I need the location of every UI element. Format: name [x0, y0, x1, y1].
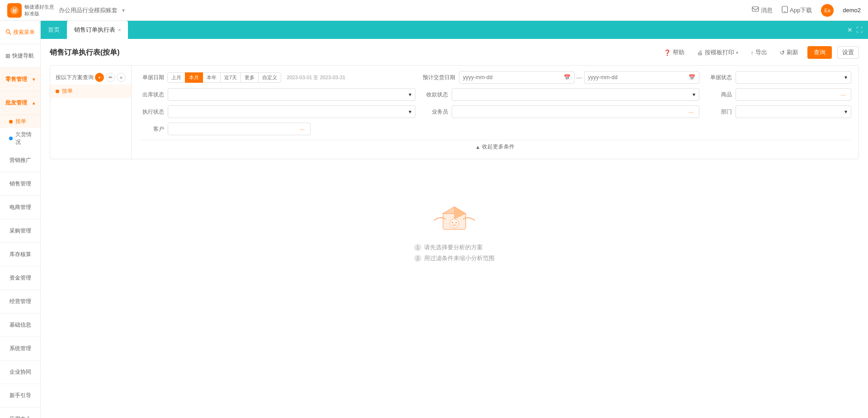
user-name[interactable]: demo2 — [843, 7, 861, 14]
top-bar: 好 畅捷通好生意 标准版 办公用品行业模拟账套 ▾ 消息 — [0, 0, 868, 21]
chevron-icon-wholesale: ▴ — [33, 100, 35, 105]
date-btn-custom[interactable]: 自定义 — [258, 72, 281, 83]
refresh-btn[interactable]: ↺ 刷新 — [776, 47, 802, 58]
filter-sidebar-actions: + ✏ « — [95, 73, 126, 82]
print-chevron: ▾ — [736, 50, 738, 55]
print-icon: 🖨 — [697, 49, 703, 56]
export-icon: ↑ — [751, 49, 754, 56]
sidebar-item-search[interactable]: 搜索菜单 — [0, 21, 40, 44]
filter-form: 单据日期 上月 本月 本年 近7天 更多 自定义 2023-03-01 至 20… — [132, 66, 859, 159]
sidebar-item-system[interactable]: 系统管理 — [0, 337, 40, 361]
date-btn-this-year[interactable]: 本年 — [203, 72, 221, 83]
sidebar-item-basic[interactable]: 基础信息 — [0, 314, 40, 337]
export-btn[interactable]: ↑ 导出 — [747, 47, 771, 58]
date-range-text: 2023-03-01 至 2023-03-31 — [287, 74, 345, 81]
page-actions: ❓ 帮助 🖨 按模板打印 ▾ ↑ 导出 ↺ — [660, 46, 859, 59]
salesperson-label: 业务员 — [423, 108, 448, 116]
filter-field-receipt: 收款状态 — [423, 88, 699, 101]
expected-date-start[interactable] — [463, 74, 562, 81]
product-ellipsis-btn[interactable]: ··· — [839, 90, 847, 99]
empty-illustration — [432, 200, 477, 236]
sidebar-item-sales[interactable]: 销售管理 — [0, 172, 40, 196]
message-action[interactable]: 消息 — [752, 6, 773, 14]
sidebar-item-newbie[interactable]: 新手引导 — [0, 384, 40, 408]
page-inner: 销售订单执行表(按单) ❓ 帮助 🖨 按模板打印 ▾ ↑ — [41, 39, 868, 418]
edit-plan-btn[interactable]: ✏ — [106, 73, 115, 82]
sidebar-item-ecommerce[interactable]: 电商管理 — [0, 196, 40, 219]
sidebar-sub-item-debt[interactable]: 欠货情况 — [0, 128, 40, 149]
collapse-more-btn[interactable]: ▲ 收起更多条件 — [139, 140, 851, 153]
sidebar-item-purchase[interactable]: 采购管理 — [0, 219, 40, 243]
add-plan-btn[interactable]: + — [95, 73, 104, 82]
doc-status-chevron — [844, 74, 847, 81]
sidebar-item-operations[interactable]: 经营管理 — [0, 290, 40, 314]
receipt-status-select[interactable] — [452, 88, 699, 101]
page-title: 销售订单执行表(按单) — [50, 48, 120, 57]
expected-date-end[interactable] — [588, 74, 687, 81]
print-btn[interactable]: 🖨 按模板打印 ▾ — [693, 47, 742, 58]
filter-row-4: 客户 ··· — [139, 123, 851, 135]
filter-field-expected-delivery: 预计交货日期 📅 — 📅 — [423, 71, 699, 84]
collapse-sidebar-btn[interactable]: « — [117, 73, 126, 82]
sidebar-item-enterprise[interactable]: 企业协同 — [0, 361, 40, 384]
app-download-action[interactable]: App下载 — [782, 6, 812, 14]
date-btn-more[interactable]: 更多 — [241, 72, 259, 83]
date-btn-last-month[interactable]: 上月 — [167, 72, 185, 83]
expected-delivery-label: 预计交货日期 — [423, 74, 455, 81]
message-icon — [752, 6, 759, 14]
customer-ellipsis-btn[interactable]: ··· — [298, 125, 307, 133]
sidebar-item-wholesale[interactable]: 批发管理 ▴ — [0, 91, 40, 115]
sidebar-item-quicknav[interactable]: ⊞ 快捷导航 — [0, 44, 40, 68]
tab-active[interactable]: 销售订单执行表 × — [67, 21, 128, 39]
svg-point-10 — [450, 219, 459, 228]
date-btn-this-month[interactable]: 本月 — [185, 72, 203, 83]
phone-icon — [782, 6, 788, 14]
breadcrumb-title: 办公用品行业模拟账套 — [59, 6, 118, 14]
tab-minimize-icon[interactable]: ✕ — [847, 26, 853, 33]
search-btn[interactable]: 查询 — [807, 46, 832, 59]
plan-dot-orange — [9, 120, 13, 124]
filter-row-3: 执行状态 业务员 ··· — [139, 105, 851, 118]
sidebar-item-inventory[interactable]: 库存核算 — [0, 243, 40, 266]
filter-field-salesperson: 业务员 ··· — [423, 105, 699, 118]
doc-status-select[interactable] — [736, 71, 851, 84]
execution-chevron — [409, 109, 411, 115]
filter-field-department: 部门 — [707, 105, 851, 118]
tab-expand-icon[interactable]: ⛶ — [856, 26, 863, 33]
filter-plan-item-press[interactable]: 按单 — [50, 85, 131, 98]
breadcrumb-arrow[interactable]: ▾ — [122, 7, 125, 14]
filter-field-execution: 执行状态 — [139, 105, 415, 118]
sidebar-item-appstore[interactable]: 应用中心 — [0, 408, 40, 418]
salesperson-ellipsis-btn[interactable]: ··· — [687, 108, 695, 116]
settings-btn[interactable]: 设置 — [837, 46, 859, 59]
date-btn-7days[interactable]: 近7天 — [220, 72, 241, 83]
department-select[interactable] — [736, 105, 851, 118]
receipt-status-label: 收款状态 — [423, 91, 448, 99]
refresh-icon: ↺ — [780, 49, 785, 56]
delivery-status-select[interactable] — [168, 88, 415, 101]
date-label: 单据日期 — [139, 74, 164, 81]
help-btn[interactable]: ❓ 帮助 — [660, 47, 688, 58]
collapse-up-icon: ▲ — [476, 144, 481, 150]
sidebar-item-marketing[interactable]: 营销推广 — [0, 149, 40, 172]
svg-point-11 — [452, 222, 453, 223]
tab-close-btn[interactable]: × — [118, 27, 121, 33]
date-start-wrap: 📅 — [459, 71, 575, 84]
top-bar-right: 消息 App下载 Ea demo2 — [752, 4, 861, 17]
date-end-wrap: 📅 — [584, 71, 700, 84]
execution-status-select[interactable] — [168, 105, 415, 118]
tab-home[interactable]: 首页 — [41, 21, 67, 39]
user-avatar[interactable]: Ea — [821, 4, 834, 17]
main-layout: 搜索菜单 ⊞ 快捷导航 零售管理 ▾ 批发管理 ▴ 按单 欠货情况 营销推广 销… — [0, 21, 868, 418]
calendar-start-icon: 📅 — [564, 74, 571, 81]
filter-section: 按以下方案查询 + ✏ « 按单 — [50, 65, 859, 159]
search-icon — [5, 29, 11, 36]
sidebar-item-retail[interactable]: 零售管理 ▾ — [0, 68, 40, 91]
sidebar-item-finance[interactable]: 资金管理 — [0, 266, 40, 290]
svg-line-6 — [9, 33, 11, 34]
filter-plan-sidebar: 按以下方案查询 + ✏ « 按单 — [50, 66, 132, 159]
calendar-end-icon: 📅 — [689, 74, 695, 81]
logo-icon: 好 — [7, 3, 22, 18]
sidebar-sub-item-press[interactable]: 按单 — [0, 115, 40, 128]
date-range-expected: 📅 — 📅 — [459, 71, 699, 84]
